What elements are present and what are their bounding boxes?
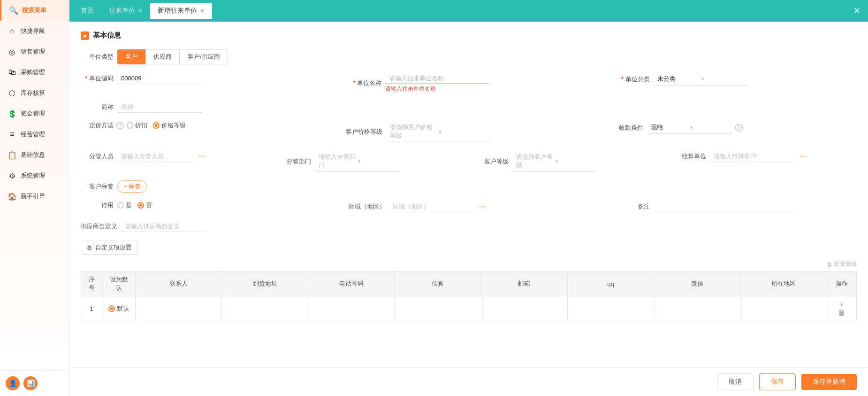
address-input[interactable] xyxy=(227,303,303,314)
tab-home[interactable]: 首页 xyxy=(73,3,101,19)
tab-new-partner[interactable]: 新增往来单位 ✕ xyxy=(150,3,212,19)
save-button[interactable]: 保存 xyxy=(759,373,796,390)
bottom-bar: 取消 保存 保存并新增 xyxy=(69,367,868,396)
add-tag-button[interactable]: + 标签 xyxy=(117,180,147,193)
tag-label: 客户标签 xyxy=(81,182,114,191)
payment-help-icon[interactable]: ? xyxy=(735,124,743,132)
manager-input[interactable] xyxy=(117,151,192,162)
row-add-btn[interactable]: + xyxy=(838,300,845,309)
radio-discount[interactable]: 折扣 xyxy=(127,121,147,130)
sidebar-item-label: 库存核算 xyxy=(21,89,45,97)
col-contact: 联系人 xyxy=(135,272,221,296)
remark-input[interactable] xyxy=(654,201,794,212)
custom-settings-label: 自定义项设置 xyxy=(95,243,132,252)
payment-chevron-icon: ▾ xyxy=(690,124,728,131)
pricing-radio-group: 折扣 价格等级 xyxy=(127,121,186,130)
settlement-label: 结算单位 xyxy=(673,152,706,161)
tab-partners-close[interactable]: ✕ xyxy=(138,8,143,14)
row-index: 1 xyxy=(81,296,102,321)
email-input[interactable] xyxy=(486,303,563,314)
unit-name-input[interactable] xyxy=(385,73,488,84)
unit-type-group: 单位类型 客户 供应商 客户/供应商 xyxy=(81,49,228,64)
radio-yes-label: 是 xyxy=(126,201,132,210)
col-wechat: 微信 xyxy=(654,272,740,296)
col-region: 所在地区 xyxy=(740,272,827,296)
finance-icon: 💲 xyxy=(8,109,17,118)
region-label: 区域（地区） xyxy=(349,202,385,211)
sidebar-item-purchase[interactable]: 🛍 采购管理 xyxy=(0,62,69,83)
settlement-more-btn[interactable]: ··· xyxy=(798,152,808,161)
batch-delete-area: 🗑 批量删除 xyxy=(81,260,857,268)
sidebar-item-inventory[interactable]: ⬡ 库存核算 xyxy=(0,83,69,103)
tab-new-partner-close[interactable]: ✕ xyxy=(200,8,205,14)
sidebar-item-quicknav[interactable]: ⌂ 快捷导航 xyxy=(0,21,69,41)
qq-input[interactable] xyxy=(572,303,649,314)
region-more-btn[interactable]: ··· xyxy=(477,202,487,211)
default-radio-circle xyxy=(108,305,115,312)
sidebar-item-label: 搜索菜单 xyxy=(22,6,46,15)
sidebar: 🔍 搜索菜单 ⌂ 快捷导航 ◎ 销售管理 🛍 采购管理 ⬡ 库存核算 💲 资金管… xyxy=(0,0,69,396)
cancel-button[interactable]: 取消 xyxy=(717,373,754,390)
sidebar-item-guide[interactable]: 🏠 新手引导 xyxy=(0,186,69,207)
radio-price-level[interactable]: 价格等级 xyxy=(153,121,186,130)
customer-price-placeholder: 请选择客户价格等级 xyxy=(390,123,437,140)
sidebar-item-basic[interactable]: 📋 基础信息 xyxy=(0,145,69,165)
tab-partners[interactable]: 往来单位 ✕ xyxy=(101,3,150,19)
default-radio[interactable]: 默认 xyxy=(108,304,129,313)
pricing-help-icon[interactable]: ? xyxy=(116,122,124,129)
section-header: ■ 基本信息 xyxy=(81,31,857,40)
sidebar-item-finance[interactable]: 💲 资金管理 xyxy=(0,103,69,124)
manager-more-btn[interactable]: ··· xyxy=(196,152,206,161)
supplier-custom-label: 供应商自定义 xyxy=(81,222,117,231)
radio-yes[interactable]: 是 xyxy=(117,201,132,210)
sidebar-item-search[interactable]: 🔍 搜索菜单 xyxy=(0,0,69,21)
payment-terms-value: 现结 xyxy=(651,123,688,132)
wechat-input[interactable] xyxy=(659,303,735,314)
sidebar-item-sales[interactable]: ◎ 销售管理 xyxy=(0,41,69,62)
row-region-input[interactable] xyxy=(745,303,822,314)
batch-delete-label[interactable]: 批量删除 xyxy=(834,260,857,268)
payment-terms-select[interactable]: 现结 ▾ xyxy=(647,121,731,134)
dept-label: 分管部门 xyxy=(278,157,311,166)
sidebar-item-label: 快捷导航 xyxy=(21,27,45,35)
unit-code-input[interactable] xyxy=(117,73,202,84)
stats-btn[interactable]: 📊 xyxy=(23,376,38,390)
btn-type-both[interactable]: 客户/供应商 xyxy=(180,49,228,64)
unit-category-value: 未分类 xyxy=(657,75,700,83)
settlement-group: 结算单位 ··· xyxy=(673,151,857,162)
radio-no-circle xyxy=(137,202,144,209)
disabled-radio-group: 是 否 xyxy=(117,201,152,210)
short-name-input[interactable] xyxy=(117,101,202,113)
customer-level-select[interactable]: 请选择客户等级 ▾ xyxy=(512,151,597,172)
pricing-label: 定价方法 xyxy=(81,121,114,130)
btn-type-customer[interactable]: 客户 xyxy=(117,49,145,64)
customer-price-group: 客户价格等级 请选择客户价格等级 ▾ xyxy=(346,121,592,142)
tag-row: 客户标签 + 标签 xyxy=(81,180,857,193)
unit-category-select[interactable]: 未分类 ▾ xyxy=(654,73,747,85)
dept-select[interactable]: 请输入分管部门 ▾ xyxy=(315,151,399,172)
btn-type-supplier[interactable]: 供应商 xyxy=(145,49,180,64)
sidebar-item-system[interactable]: ⚙ 系统管理 xyxy=(0,165,69,186)
settlement-input[interactable] xyxy=(710,151,794,162)
contact-input[interactable] xyxy=(140,303,217,314)
sales-icon: ◎ xyxy=(8,47,17,56)
save-new-button[interactable]: 保存并新增 xyxy=(801,374,857,390)
sidebar-item-label: 新手引导 xyxy=(21,192,45,201)
fax-input[interactable] xyxy=(399,303,476,314)
window-close-btn[interactable]: ✕ xyxy=(850,6,864,16)
row-delete-btn[interactable]: 🗑 xyxy=(836,309,847,317)
user-avatar[interactable]: 👤 xyxy=(6,376,20,390)
home-icon: ⌂ xyxy=(8,26,17,36)
unit-category-group: 单位分类 未分类 ▾ xyxy=(617,73,857,85)
radio-no[interactable]: 否 xyxy=(137,201,152,210)
trash-icon: 🗑 xyxy=(827,261,832,268)
region-input[interactable] xyxy=(389,201,473,212)
customer-price-select[interactable]: 请选择客户价格等级 ▾ xyxy=(386,121,489,142)
sidebar-item-operations[interactable]: ≡ 经营管理 xyxy=(0,124,69,145)
custom-settings-button[interactable]: ⚙ 自定义项设置 xyxy=(81,241,138,255)
unit-type-buttons: 客户 供应商 客户/供应商 xyxy=(117,49,228,64)
radio-price-level-circle xyxy=(153,122,160,129)
phone-input[interactable] xyxy=(313,303,389,314)
supplier-custom-input[interactable] xyxy=(121,221,206,232)
unit-code-group: 单位编码 xyxy=(81,73,320,84)
